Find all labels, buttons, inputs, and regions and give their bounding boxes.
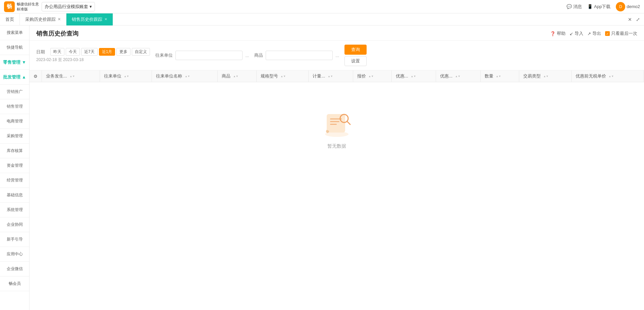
product-label: 商品 <box>254 52 263 58</box>
th-price[interactable]: 报价 ▲▼ <box>353 70 391 82</box>
settings-button[interactable]: 设置 <box>344 56 367 66</box>
sidebar-item-ops-mgmt[interactable]: 经营管理 <box>0 173 29 188</box>
sidebar-item-beginner-guide[interactable]: 新手引导 <box>0 232 29 247</box>
sidebar-item-enterprise-wechat[interactable]: 企业微信 <box>0 262 29 276</box>
date-label: 日期 <box>36 49 45 55</box>
import-icon: ↙ <box>570 31 573 36</box>
tab-bar: 首页 采购历史价跟踪 ✕ 销售历史价跟踪 ✕ ✕ ⤢ <box>0 13 644 25</box>
sort-icon-trade-type: ▲▼ <box>543 75 549 78</box>
tab-purchase-history[interactable]: 采购历史价跟踪 ✕ <box>20 13 66 25</box>
sidebar-item-basic-info[interactable]: 基础信息 <box>0 188 29 203</box>
query-button[interactable]: 查询 <box>344 45 367 55</box>
content-area: 销售历史价查询 ❓ 帮助 ↙ 导入 ↗ 导出 ✓ <box>30 25 644 310</box>
sort-icon-discount1: ▲▼ <box>411 75 416 78</box>
th-product[interactable]: 商品 ▲▼ <box>218 70 256 82</box>
th-partner-code[interactable]: 往来单位 ▲▼ <box>100 70 152 82</box>
product-ellipsis[interactable]: ... <box>335 53 339 58</box>
sidebar-item-sales-mgmt[interactable]: 销售管理 <box>0 99 29 114</box>
import-link[interactable]: ↙ 导入 <box>570 31 583 37</box>
sidebar-item-marketing[interactable]: 营销推广 <box>0 85 29 99</box>
tab-controls: ✕ ⤢ <box>624 16 644 23</box>
th-partner-name[interactable]: 往来单位名称 ▲▼ <box>152 70 218 82</box>
app-download-action[interactable]: 📱 App下载 <box>587 4 610 10</box>
only-last-checkbox[interactable]: ✓ <box>605 31 610 36</box>
sort-icon-partner-code: ▲▼ <box>124 75 129 78</box>
sort-icon-biz-date: ▲▼ <box>69 75 75 78</box>
page-content: 销售历史价查询 ❓ 帮助 ↙ 导入 ↗ 导出 ✓ <box>30 25 644 310</box>
filter-buttons: 查询 设置 <box>344 45 367 66</box>
message-icon: 💬 <box>567 4 572 9</box>
header-right: 💬 消息 📱 App下载 D demo2 <box>567 2 640 11</box>
th-biz-date[interactable]: 业务发生... ▲▼ <box>42 70 100 82</box>
help-icon: ❓ <box>550 31 555 36</box>
empty-illustration <box>320 109 354 139</box>
settings-col-icon: ⚙ <box>34 74 38 79</box>
filter-date-row: 日期 昨天 今天 近7天 近1月 更多 自定义 <box>36 48 150 56</box>
th-discount1[interactable]: 优惠... ▲▼ <box>392 70 436 82</box>
th-pre-tax-price[interactable]: 优惠前无税单价 ▲▼ <box>571 70 644 82</box>
th-spec[interactable]: 规格型号 ▲▼ <box>256 70 309 82</box>
page-title-bar: 销售历史价查询 ❓ 帮助 ↙ 导入 ↗ 导出 ✓ <box>30 25 644 41</box>
sidebar-item-app-center[interactable]: 应用中心 <box>0 247 29 262</box>
only-last-checkbox-label[interactable]: ✓ 只看最后一次 <box>605 31 637 37</box>
th-settings[interactable]: ⚙ <box>30 70 42 82</box>
date-btn-more[interactable]: 更多 <box>116 48 130 56</box>
sort-icon-quantity: ▲▼ <box>496 75 501 78</box>
date-btn-custom[interactable]: 自定义 <box>132 48 150 56</box>
empty-text: 暂无数据 <box>327 143 346 149</box>
page-title: 销售历史价查询 <box>36 30 78 38</box>
chevron-down-icon: ▾ <box>90 4 92 9</box>
th-discount2[interactable]: 优惠... ▲▼ <box>436 70 480 82</box>
date-btn-today[interactable]: 今天 <box>66 48 80 56</box>
empty-state: 暂无数据 <box>30 82 644 176</box>
product-input[interactable] <box>266 51 333 60</box>
sort-icon-product: ▲▼ <box>233 75 238 78</box>
sidebar-item-purchase-mgmt[interactable]: 采购管理 <box>0 129 29 144</box>
customer-input[interactable] <box>175 51 243 60</box>
account-selector[interactable]: 办公用品行业模拟账套 ▾ <box>42 2 95 11</box>
avatar: D <box>616 2 625 11</box>
tab-home[interactable]: 首页 <box>0 13 20 25</box>
date-btn-last1month[interactable]: 近1月 <box>99 48 115 56</box>
sort-icon-discount2: ▲▼ <box>455 75 461 78</box>
customer-ellipsis[interactable]: ... <box>245 53 249 58</box>
user-menu[interactable]: D demo2 <box>616 2 640 11</box>
close-tab-btn[interactable]: ✕ <box>627 16 633 23</box>
logo-area: 畅 畅捷信好生意 标准版 <box>4 1 39 12</box>
sidebar-item-quick-nav[interactable]: 快捷导航 <box>0 40 29 55</box>
customer-label: 往来单位 <box>155 52 173 58</box>
date-range-text: 2023-02-18 至 2023-03-18 <box>36 57 150 63</box>
close-tab-sales[interactable]: ✕ <box>104 17 107 21</box>
sidebar-item-inventory-check[interactable]: 库存核算 <box>0 144 29 158</box>
filter-date-column: 日期 昨天 今天 近7天 近1月 更多 自定义 2023-02-18 至 202… <box>36 48 150 63</box>
header-left: 畅 畅捷信好生意 标准版 办公用品行业模拟账套 ▾ <box>4 1 95 12</box>
th-unit[interactable]: 计量... ▲▼ <box>309 70 353 82</box>
product-filter: 商品 ... <box>254 51 339 60</box>
date-btn-last7days[interactable]: 近7天 <box>81 48 98 56</box>
sidebar-item-membership[interactable]: 畅会员 <box>0 276 29 291</box>
sidebar-item-search-menu[interactable]: 搜索菜单 <box>0 25 29 40</box>
sort-icon-spec: ▲▼ <box>280 75 286 78</box>
th-trade-type[interactable]: 交易类型 ▲▼ <box>519 70 572 82</box>
help-link[interactable]: ❓ 帮助 <box>550 31 566 37</box>
th-quantity[interactable]: 数量 ▲▼ <box>480 70 519 82</box>
message-action[interactable]: 💬 消息 <box>567 4 582 10</box>
export-link[interactable]: ↗ 导出 <box>587 31 601 37</box>
sidebar-item-wholesale-mgmt[interactable]: 批发管理 ▲ <box>0 70 29 85</box>
download-icon: 📱 <box>587 4 593 9</box>
tab-sales-history[interactable]: 销售历史价跟踪 ✕ <box>66 13 113 25</box>
sidebar-item-ecommerce-mgmt[interactable]: 电商管理 <box>0 114 29 129</box>
customer-filter: 往来单位 ... <box>155 51 249 60</box>
close-tab-purchase[interactable]: ✕ <box>58 17 61 21</box>
expand-tab-btn[interactable]: ⤢ <box>635 16 641 23</box>
sidebar-item-finance-mgmt[interactable]: 资金管理 <box>0 158 29 173</box>
sort-icon-price: ▲▼ <box>368 75 374 78</box>
sidebar-item-system-mgmt[interactable]: 系统管理 <box>0 203 29 217</box>
sidebar: 搜索菜单 快捷导航 零售管理 ▼ 批发管理 ▲ 营销推广 销售管理 电商管理 采… <box>0 25 30 310</box>
sidebar-item-enterprise-agreement[interactable]: 企业协同 <box>0 217 29 232</box>
date-btn-yesterday[interactable]: 昨天 <box>50 48 64 56</box>
svg-rect-3 <box>330 121 339 122</box>
sidebar-item-retail-mgmt[interactable]: 零售管理 ▼ <box>0 55 29 70</box>
logo-text: 畅捷信好生意 标准版 <box>17 2 39 11</box>
sort-icon-unit: ▲▼ <box>328 75 333 78</box>
